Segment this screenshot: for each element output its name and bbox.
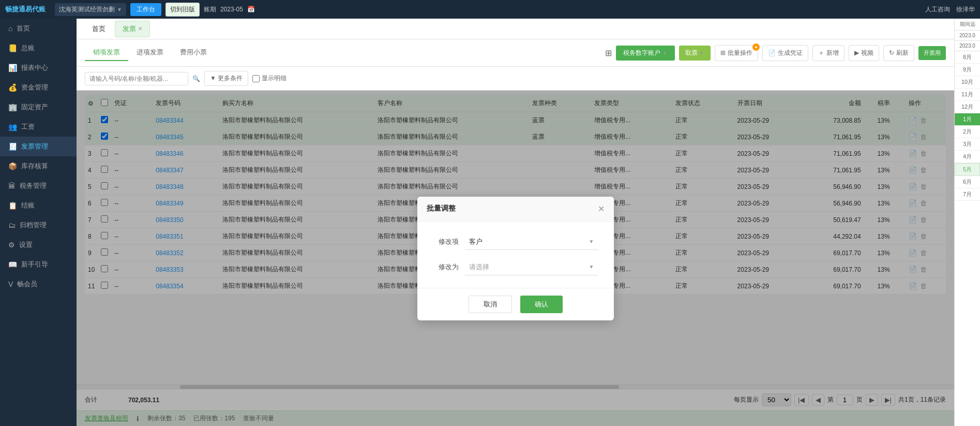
subtab-sales[interactable]: 销项发票 [85,45,128,61]
modify-value-chevron-icon: ▼ [589,264,594,270]
timeline-dec[interactable]: 12月 [955,101,980,113]
tab-home-label: 首页 [92,24,105,34]
timeline-nov[interactable]: 11月 [955,89,980,101]
content-tabs: 首页 发票 ✕ [77,19,954,39]
open-invoice-label: 开票用 [924,50,941,56]
sidebar-item-tax[interactable]: 🏛 税务管理 [0,176,77,196]
modal-footer: 取消 确认 [417,288,614,320]
workspace-button[interactable]: 工作台 [130,3,161,16]
username-display: 徐泽华 [956,5,975,14]
sidebar-label-payroll: 工资 [21,122,35,131]
timeline-panel: 期间远 2023.0 2023.0 8月 9月 10月 11月 12月 1月 2… [954,19,980,426]
member-icon: V [8,280,13,288]
show-detail-checkbox[interactable]: 显示明细 [252,74,287,83]
modal-title: 批量调整 [427,204,456,213]
cancel-button[interactable]: 取消 [469,296,512,313]
tax-digital-button[interactable]: 税务数字账户 ▼ [616,46,675,61]
modify-field-select[interactable]: 客户 ▼ [465,234,598,250]
sidebar-item-inventory[interactable]: 📦 库存核算 [0,156,77,176]
sidebar-label-ledger: 总账 [21,43,35,53]
home-icon: ⌂ [8,24,12,33]
fetch-button[interactable]: 取票 ▼ [679,46,711,61]
switch-period-button[interactable]: 切到旧版 [165,3,200,17]
batch-badge: ● [752,43,760,51]
sidebar-item-ledger[interactable]: 📒 总账 [0,38,77,58]
subtab-expense-label: 费用小票 [180,48,207,56]
ledger-icon: 📒 [8,44,17,52]
video-button[interactable]: ▶ 视频 [849,45,879,61]
sidebar-item-home[interactable]: ⌂ 首页 [0,19,77,38]
filter-more-button[interactable]: ▼ 更多条件 [204,71,248,86]
batch-adjust-modal: 批量调整 ✕ 修改项 客户 ▼ [417,197,614,320]
sidebar-label-settings: 设置 [19,240,33,249]
tab-home[interactable]: 首页 [85,21,113,37]
timeline-apr[interactable]: 4月 [955,151,980,163]
subtab-expense[interactable]: 费用小票 [172,45,215,61]
filter-bar: 🔍 ▼ 更多条件 显示明细 [77,67,954,91]
tab-invoice[interactable]: 发票 ✕ [115,21,150,37]
batch-op-button[interactable]: ⊞ 批量操作 ● [715,45,758,61]
sidebar-item-member[interactable]: V 畅会员 [0,274,77,294]
modal-overlay: 批量调整 ✕ 修改项 客户 ▼ [77,91,954,426]
timeline-oct[interactable]: 10月 [955,76,980,89]
calendar-icon: 📅 [247,6,255,13]
timeline-sep[interactable]: 9月 [955,64,980,76]
modify-value-select[interactable]: 请选择 ▼ [465,259,598,275]
inventory-icon: 📦 [8,162,17,170]
sidebar-label-inventory: 库存核算 [21,161,48,171]
timeline-feb[interactable]: 2月 [955,126,980,138]
top-right-area: 人工咨询 徐泽华 [925,5,975,14]
sidebar-item-reports[interactable]: 📊 报表中心 [0,58,77,78]
assistant-button[interactable]: 人工咨询 [925,5,950,14]
content-area: 首页 发票 ✕ 销项发票 进项发票 费用小票 [77,19,954,426]
sidebar-item-guide[interactable]: 📖 新手引导 [0,255,77,274]
show-detail-input[interactable] [252,75,260,82]
subtab-purchase[interactable]: 进项发票 [128,45,172,61]
confirm-button[interactable]: 确认 [520,296,563,313]
sidebar-label-funds: 资金管理 [21,83,48,92]
filter-icon: ▼ [210,75,216,82]
add-icon: ＋ [818,49,824,57]
generate-voucher-button[interactable]: 📄 生成凭证 [762,45,808,61]
add-new-button[interactable]: ＋ 新增 [812,45,845,61]
subtab-sales-label: 销项发票 [93,48,120,56]
search-icon[interactable]: 🔍 [192,75,200,82]
timeline-jan[interactable]: 1月 [955,113,980,126]
timeline-jun[interactable]: 6月 [955,176,980,188]
timeline-may[interactable]: 5月 [955,163,980,176]
sidebar-item-payroll[interactable]: 👥 工资 [0,117,77,137]
guide-icon: 📖 [8,260,17,269]
modify-value-placeholder: 请选择 [469,262,489,272]
tab-invoice-close-icon[interactable]: ✕ [138,26,142,32]
timeline-jul[interactable]: 7月 [955,188,980,201]
sidebar-item-archive[interactable]: 🗂 归档管理 [0,215,77,235]
sidebar-item-settings[interactable]: ⚙ 设置 [0,235,77,255]
tax-chevron-icon: ▼ [662,50,668,56]
batch-op-label: 批量操作 [728,49,752,57]
company-chevron-icon: ▼ [117,7,122,12]
sidebar-label-invoice: 发票管理 [21,142,48,151]
timeline-2023[interactable]: 2023.0 [955,41,980,51]
refresh-button[interactable]: ↻ 刷新 [883,45,914,61]
timeline-2023-start[interactable]: 2023.0 [955,31,980,41]
sidebar-item-invoice[interactable]: 🧾 发票管理 [0,137,77,156]
sidebar-item-funds[interactable]: 💰 资金管理 [0,78,77,97]
timeline-aug[interactable]: 8月 [955,51,980,64]
refresh-icon: ↻ [889,49,894,56]
sidebar-item-settlement[interactable]: 📋 结账 [0,196,77,215]
modify-field-label: 修改项 [433,237,459,246]
tax-digital-label: 税务数字账户 [623,49,660,57]
modal-close-icon[interactable]: ✕ [598,204,605,214]
open-invoice-button[interactable]: 开票用 [918,46,946,60]
search-input[interactable] [85,72,188,85]
generate-voucher-label: 生成凭证 [778,49,803,57]
sidebar-label-tax: 税务管理 [20,181,47,190]
company-selector[interactable]: 沈海英测试经营勿删 ▼ [55,3,126,16]
grid-icon: ⊞ [605,48,612,58]
sidebar-label-guide: 新手引导 [21,260,48,269]
sidebar-item-assets[interactable]: 🏢 固定资产 [0,97,77,117]
show-detail-label: 显示明细 [262,74,287,83]
timeline-mar[interactable]: 3月 [955,138,980,151]
sidebar-label-assets: 固定资产 [21,102,48,112]
funds-icon: 💰 [8,83,17,92]
